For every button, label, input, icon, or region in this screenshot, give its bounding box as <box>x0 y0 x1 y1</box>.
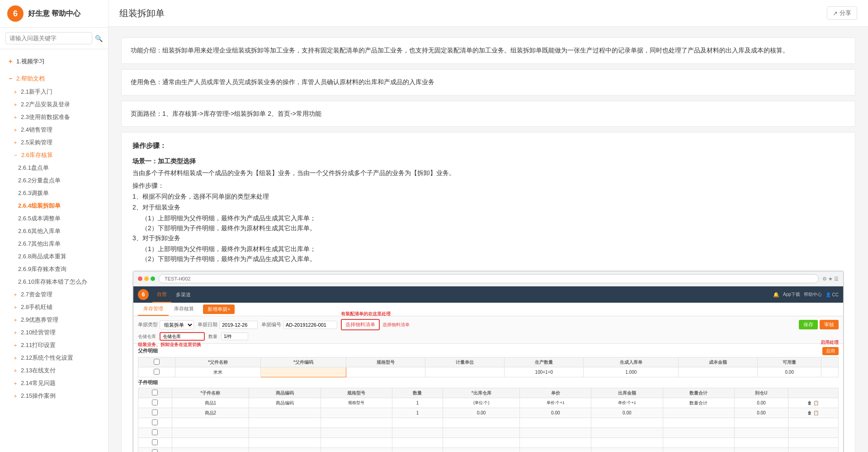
app-center-text: App下载 <box>783 291 800 298</box>
th-avail: 可用量 <box>758 357 821 367</box>
table-row <box>138 428 839 438</box>
warehouse-label: 仓储仓库 <box>138 333 156 340</box>
bth-checkbox <box>138 388 172 398</box>
sidebar-item-help-docs[interactable]: － 2.帮助文档 <box>0 72 108 86</box>
sidebar-item-finance[interactable]: ＋ 2.7资金管理 <box>0 288 108 301</box>
sidebar-item-beginner[interactable]: ＋ 2.1新手入门 <box>0 86 108 98</box>
th-unit: 计量单位 <box>425 357 505 367</box>
qty-input[interactable] <box>221 333 248 340</box>
td-prod-qty-val: 100+1=0 <box>505 367 584 377</box>
browser-icons: ⚙ ★ ☰ <box>822 276 839 282</box>
scene1-desc: 当由多个子件材料组装成一个成品的业务为【组装】业务，当由一个父件拆分成多个子产品… <box>132 169 844 177</box>
main-header: 组装拆卸单 ↗ 分享 <box>108 0 868 27</box>
sidebar-item-partial-stocktaking[interactable]: 2.6.2分量盘点单 <box>0 174 108 187</box>
td-parent-code <box>261 367 346 377</box>
qty-label: 数量 <box>208 333 217 340</box>
sidebar-item-assembly[interactable]: 2.6.4组装拆卸单 <box>0 200 108 212</box>
bottom-select-all[interactable] <box>152 390 158 395</box>
annotation-enable: 启用处理 <box>821 339 839 346</box>
sidebar-item-install[interactable]: ＋ 2.2产品安装及登录 <box>0 98 108 111</box>
sidebar-item-print[interactable]: ＋ 2.11打印设置 <box>0 339 108 352</box>
sidebar-item-inventory[interactable]: － 2.6库存核算 <box>0 149 108 162</box>
table-row: 米米 100+1=0 1.000 0.00 <box>138 367 839 377</box>
bth-qty: 数量 <box>392 388 443 398</box>
sidebar-item-other-inbound[interactable]: 2.6.6其他入库单 <box>0 225 108 238</box>
search-input[interactable] <box>5 32 92 44</box>
nav-item-multichannel[interactable]: 多渠道 <box>171 286 195 303</box>
th-spec: 规格型号 <box>346 357 425 367</box>
enable-btn-area: 启用处理 启用 <box>822 347 839 355</box>
sidebar-item-cost-recalc[interactable]: 2.6.8商品成本重算 <box>0 250 108 263</box>
row-check-1[interactable] <box>152 400 158 405</box>
path-text: 页面路径：1、库存核算->库存管理->组装拆卸单 2、首页->常用功能 <box>131 109 846 119</box>
sidebar-item-video-learning[interactable]: ＋ 1.视频学习 <box>0 55 108 68</box>
sidebar-item-stocktaking[interactable]: 2.6.1盘点单 <box>0 162 108 174</box>
td-checkbox <box>138 367 175 377</box>
td-row-action <box>821 367 839 377</box>
plus-icon: ＋ <box>13 126 18 134</box>
sidebar-item-cases[interactable]: ＋ 2.15操作案例 <box>0 390 108 402</box>
step2-1: （1）上部明细为父件明细，最终作为产成品生成其它入库单； <box>142 214 844 223</box>
new-doc-btn[interactable]: 新增单据+ <box>203 305 235 314</box>
sidebar-item-sales[interactable]: ＋ 2.4销售管理 <box>0 124 108 136</box>
plus-icon: ＋ <box>13 88 18 96</box>
sub-nav-tabs: 库存管理 库存核算 <box>138 303 199 316</box>
sidebar-item-purchase[interactable]: ＋ 2.5采购管理 <box>0 136 108 149</box>
app-right-icons: 🔔 App下载 帮助中心 👤 CC <box>773 291 839 298</box>
save-btn[interactable]: 保存 <box>799 320 818 329</box>
warehouse-input[interactable] <box>160 332 205 341</box>
doc-toolbar: 单据类型 组装拆单 单据日期 单据编号 <box>133 316 843 344</box>
plus-icon: ＋ <box>13 342 18 349</box>
doc-type-select[interactable]: 组装拆单 <box>160 320 194 329</box>
enable-btn[interactable]: 启用 <box>822 347 839 355</box>
row-check-2[interactable] <box>152 409 158 415</box>
app-nav-items: 自营 多渠道 <box>152 286 195 303</box>
bth-outbound-qty: 数量合计 <box>663 388 734 398</box>
row-checkbox[interactable] <box>154 369 160 375</box>
th-cost: 成本金额 <box>679 357 758 367</box>
doc-date-input[interactable] <box>219 321 258 329</box>
sidebar-item-other-outbound[interactable]: 2.6.7其他出库单 <box>0 238 108 250</box>
doc-actions: 保存 审核 <box>799 320 839 329</box>
search-box: 🔍 <box>0 28 108 49</box>
intro-text: 功能介绍：组装拆卸单用来处理企业组装或拆卸等加工业务，支持有固定装配清单的产品加… <box>131 45 846 56</box>
sidebar-item-ledger-query[interactable]: 2.6.9库存账本查询 <box>0 263 108 276</box>
notification-icon[interactable]: 🔔 <box>773 292 779 298</box>
app-logo: 6 <box>138 289 149 300</box>
sidebar-item-coupon[interactable]: ＋ 2.9优惠券管理 <box>0 314 108 326</box>
bth-price: 单价 <box>520 388 591 398</box>
sidebar-item-payment[interactable]: ＋ 2.13在线支付 <box>0 364 108 377</box>
sidebar-item-ledger-fix[interactable]: 2.6.10库存账本错了怎么办 <box>0 276 108 288</box>
user-avatar[interactable]: 👤 CC <box>826 292 839 297</box>
top-table-header-row: *父件名称 *父件编码 规格型号 计量单位 生产数量 生成入库单 成本金额 可用… <box>138 357 839 367</box>
sidebar-item-data-prep[interactable]: ＋ 2.3使用前数据准备 <box>0 111 108 124</box>
content-area: 功能介绍：组装拆卸单用来处理企业组装或拆卸等加工业务，支持有固定装配清单的产品加… <box>108 27 868 452</box>
sidebar-item-customize[interactable]: ＋ 2.12系统个性化设置 <box>0 352 108 364</box>
sidebar-item-faq[interactable]: ＋ 2.14常见问题 <box>0 377 108 390</box>
sidebar-item-cost-adjust[interactable]: 2.6.5成本调整单 <box>0 212 108 225</box>
path-section: 页面路径：1、库存核算->库存管理->组装拆卸单 2、首页->常用功能 <box>121 101 855 127</box>
sidebar-item-operations[interactable]: ＋ 2.10经营管理 <box>0 326 108 339</box>
maximize-dot <box>151 276 155 281</box>
plus-icon: ＋ <box>13 367 18 375</box>
table-row <box>138 448 839 452</box>
search-button[interactable]: 🔍 <box>95 35 103 42</box>
plus-icon: ＋ <box>13 316 18 324</box>
check-btn[interactable]: 审核 <box>820 320 839 329</box>
nav-item-own[interactable]: 自营 <box>152 286 171 303</box>
close-dot <box>138 276 142 281</box>
sidebar-header: 6 好生意 帮助中心 <box>0 0 108 28</box>
select-bom-btn[interactable]: 选择物料清单 <box>341 319 380 330</box>
sidebar-item-mobile[interactable]: ＋ 2.8手机旺铺 <box>0 301 108 314</box>
top-table-section: 父件明细 启用处理 启用 *父件名称 <box>133 344 843 377</box>
tab-inventory-accounting[interactable]: 库存核算 <box>169 303 199 316</box>
share-button[interactable]: ↗ 分享 <box>827 6 857 20</box>
tab-inventory-mgmt[interactable]: 库存管理 <box>138 303 169 316</box>
sidebar-logo: 6 <box>7 5 24 22</box>
select-all-checkbox[interactable] <box>154 359 160 365</box>
plus-icon: ＋ <box>13 304 18 311</box>
sidebar-item-transfer[interactable]: 2.6.3调拨单 <box>0 187 108 200</box>
doc-no-input[interactable] <box>283 321 337 329</box>
bth-action <box>788 388 838 398</box>
doc-date-label: 单据日期 <box>198 321 217 328</box>
